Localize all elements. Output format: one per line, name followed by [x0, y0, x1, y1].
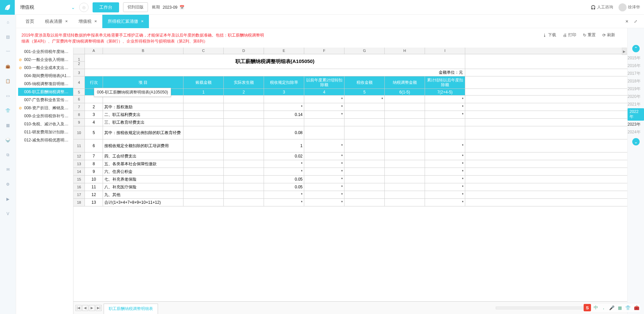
cell-seq[interactable]: 6: [85, 139, 103, 152]
ime-punct[interactable]: ，: [601, 305, 606, 311]
year-option[interactable]: 2020年: [628, 93, 644, 101]
cell[interactable]: 0.02: [264, 152, 304, 160]
print-button[interactable]: 🖨 打印: [563, 32, 576, 38]
row-number[interactable]: 16: [73, 183, 85, 191]
cell[interactable]: [385, 152, 425, 160]
cell[interactable]: [183, 152, 224, 160]
cell-item[interactable]: 五、各类基本社会保障性缴款: [103, 160, 183, 168]
cell[interactable]: [344, 160, 385, 168]
cell-seq[interactable]: 7: [85, 152, 103, 160]
row-number[interactable]: 3: [73, 69, 85, 76]
sheet-tab[interactable]: 职工薪酬纳税调整明细表: [104, 304, 158, 314]
scroll-first[interactable]: |◀: [75, 305, 82, 311]
row-number[interactable]: 6: [73, 96, 85, 103]
cell[interactable]: *: [304, 183, 344, 191]
cell[interactable]: *: [304, 199, 344, 206]
col-header-A[interactable]: A: [85, 48, 103, 54]
cell[interactable]: [264, 119, 304, 126]
cell[interactable]: [385, 126, 425, 139]
cell-seq[interactable]: 13: [85, 199, 103, 206]
form-list-item[interactable]: 001-企业所得税年度纳税申...: [18, 48, 73, 56]
close-icon[interactable]: ✕: [65, 19, 68, 23]
tab-增值税[interactable]: 增值税✕: [73, 15, 102, 28]
nav-clipboard-icon[interactable]: 📋: [5, 78, 11, 84]
cell-seq[interactable]: 9: [85, 168, 103, 175]
form-list-item[interactable]: 010-免税、减计收入及加计...: [18, 120, 73, 128]
cell[interactable]: *: [425, 152, 465, 160]
cell[interactable]: *: [425, 139, 465, 152]
cell-item[interactable]: 三、职工教育经费支出: [103, 119, 183, 126]
cell[interactable]: [425, 119, 465, 126]
cell-item[interactable]: 六、住房公积金: [103, 168, 183, 175]
year-option[interactable]: 2024年: [628, 128, 644, 136]
cell[interactable]: [183, 160, 224, 168]
year-option[interactable]: 2023年: [628, 121, 644, 128]
nav-inbox-icon[interactable]: ✉: [5, 166, 11, 173]
cell[interactable]: *: [304, 191, 344, 198]
cell[interactable]: [385, 103, 425, 111]
expand-sheet-handle[interactable]: ▶: [622, 48, 627, 55]
col-header-H[interactable]: H: [385, 48, 425, 54]
col-header-F[interactable]: F: [304, 48, 344, 54]
row-number[interactable]: 13: [73, 160, 85, 168]
nav-bag-icon[interactable]: 👜: [5, 63, 11, 70]
cell[interactable]: [344, 103, 385, 111]
cell-item[interactable]: 七、补充养老保险: [103, 176, 183, 183]
period-value[interactable]: 2023-09: [163, 5, 177, 10]
sheet-corner[interactable]: [73, 48, 85, 54]
cell[interactable]: [183, 183, 224, 191]
cell[interactable]: [183, 126, 224, 139]
row-number[interactable]: 8: [73, 111, 85, 118]
tab-所得税汇算清缴[interactable]: 所得税汇算清缴✕: [102, 15, 149, 28]
cell[interactable]: [385, 199, 425, 206]
cell[interactable]: 0.05: [264, 183, 304, 191]
cell[interactable]: [385, 160, 425, 168]
ime-lang[interactable]: 中: [593, 305, 599, 311]
cell[interactable]: *: [264, 168, 304, 175]
cell[interactable]: [224, 119, 264, 126]
cell[interactable]: *: [264, 191, 304, 198]
cell[interactable]: [344, 168, 385, 175]
nav-play-icon[interactable]: ▶: [5, 196, 11, 202]
cell[interactable]: *: [425, 96, 465, 103]
cell[interactable]: *: [425, 199, 465, 206]
cell-item[interactable]: 二、职工福利费支出: [103, 111, 183, 118]
cell[interactable]: [344, 199, 385, 206]
cell[interactable]: *: [304, 96, 344, 103]
cell[interactable]: [183, 168, 224, 175]
scroll-last[interactable]: ▶|: [96, 305, 102, 311]
cell[interactable]: *: [304, 111, 344, 118]
tab-税表清册[interactable]: 税表清册✕: [40, 15, 73, 28]
year-option[interactable]: 2018年: [628, 77, 644, 85]
cell[interactable]: *: [264, 160, 304, 168]
cell[interactable]: [385, 111, 425, 118]
sogou-ime-icon[interactable]: S: [584, 304, 591, 311]
ime-keyboard-icon[interactable]: ▦: [617, 305, 623, 310]
close-icon[interactable]: ✕: [94, 19, 97, 23]
cell[interactable]: 0.08: [264, 126, 304, 139]
form-list-item[interactable]: 005-纳税调整项目明细表(A1...: [18, 80, 73, 88]
cell[interactable]: 0.05: [264, 176, 304, 183]
form-list-item[interactable]: 007-广告费和业务宣传费跨...: [18, 96, 73, 104]
cell[interactable]: [344, 119, 385, 126]
cell[interactable]: *: [304, 152, 344, 160]
workbench-button[interactable]: 工作台: [93, 2, 119, 12]
cell[interactable]: [385, 119, 425, 126]
cell[interactable]: *: [425, 168, 465, 175]
nav-home-icon[interactable]: ⌂: [5, 19, 11, 25]
cell-seq[interactable]: 3: [85, 111, 103, 118]
year-up-icon[interactable]: ⌃: [632, 45, 640, 52]
nav-gear-icon[interactable]: ⚙: [5, 181, 11, 188]
cell[interactable]: *: [304, 176, 344, 183]
cell[interactable]: [183, 191, 224, 198]
cell[interactable]: [224, 152, 264, 160]
cell[interactable]: *: [304, 103, 344, 111]
row-number[interactable]: 7: [73, 103, 85, 111]
nav-shirt-icon[interactable]: 👕: [5, 107, 11, 114]
year-down-icon[interactable]: ⌄: [632, 138, 640, 145]
cell[interactable]: [183, 103, 224, 111]
row-number[interactable]: 9: [73, 119, 85, 126]
form-list-item[interactable]: 003-一般企业成本支出明细...: [18, 64, 73, 72]
cell[interactable]: [224, 168, 264, 175]
scroll-next[interactable]: ▶: [89, 305, 95, 311]
